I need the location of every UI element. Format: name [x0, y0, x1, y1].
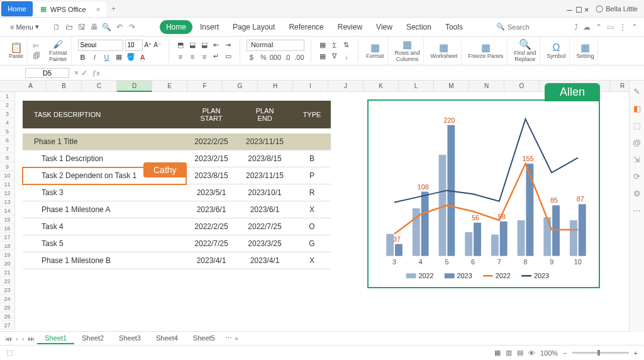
sheet-tab-sheet3[interactable]: Sheet3 [111, 333, 148, 344]
row-header-2[interactable]: 2 [0, 101, 15, 110]
ribbon-tab-reference[interactable]: Reference [282, 20, 330, 34]
ribbon-tab-home[interactable]: Home [160, 20, 192, 34]
menu-button[interactable]: ≡ Menu ▾ [6, 21, 43, 32]
col-header-H[interactable]: H [258, 81, 293, 92]
sheet-prev-icon[interactable]: ‹ [16, 335, 18, 342]
sidebar-settings-icon[interactable]: ⚙ [633, 189, 641, 198]
name-box[interactable] [25, 68, 69, 78]
filter-icon[interactable]: ∇ [330, 52, 340, 62]
col-header-N[interactable]: N [469, 81, 504, 92]
rows-cols-menu[interactable]: ▦Rows and Columns [391, 37, 424, 65]
status-mode-icon[interactable]: ⬚ [6, 349, 13, 357]
dec-inc-icon[interactable]: .0 [282, 52, 292, 62]
confirm-icon[interactable]: ✓ [81, 69, 87, 77]
sync-icon[interactable]: ☁ [583, 23, 591, 31]
new-icon[interactable]: 🗋 [52, 22, 62, 32]
row-header-21[interactable]: 21 [0, 268, 15, 277]
col-header-O[interactable]: O [504, 81, 540, 92]
sheet-tab-sheet2[interactable]: Sheet2 [74, 333, 111, 344]
table-row[interactable]: Task 42022/2/252022/7/25O [23, 218, 331, 235]
zoom-level[interactable]: 100% [540, 349, 558, 357]
zoom-out-button[interactable]: − [563, 349, 567, 357]
view-read-icon[interactable]: 👁 [528, 349, 535, 357]
ribbon-tab-review[interactable]: Review [331, 20, 369, 34]
col-header-G[interactable]: G [223, 81, 258, 92]
zoom-in-button[interactable]: + [634, 349, 638, 357]
sheet-first-icon[interactable]: ⏮ [5, 335, 12, 342]
col-header-M[interactable]: M [434, 81, 469, 92]
table-row[interactable]: Phase 1 Title2022/2/252023/11/15 [23, 133, 331, 150]
wrap-text-icon[interactable]: ↵ [211, 52, 221, 62]
col-header-L[interactable]: L [399, 81, 434, 92]
close-tab-icon[interactable]: × [96, 6, 100, 13]
col-header-B[interactable]: B [47, 81, 82, 92]
col-header-E[interactable]: E [152, 81, 187, 92]
redo-icon[interactable]: ↷ [127, 22, 137, 32]
undo-icon[interactable]: ↶ [114, 22, 125, 32]
row-header-23[interactable]: 23 [0, 286, 15, 295]
share-icon[interactable]: ⤴ [574, 23, 578, 31]
add-sheet-button[interactable]: + [235, 335, 238, 342]
col-header-F[interactable]: F [187, 81, 223, 92]
ribbon-tab-tools[interactable]: Tools [439, 20, 469, 34]
row-header-27[interactable]: 27 [0, 321, 15, 330]
freeze-menu[interactable]: ▦Freeze Panes [464, 37, 508, 65]
bold-button[interactable]: B [78, 52, 88, 62]
col-header-D[interactable]: D [117, 81, 152, 92]
row-header-15[interactable]: 15 [0, 215, 15, 224]
cancel-icon[interactable]: × [74, 69, 79, 77]
sheet-tab-sheet5[interactable]: Sheet5 [186, 333, 223, 344]
preview-icon[interactable]: 🔍 [102, 22, 112, 32]
border-button[interactable]: ▦ [114, 52, 124, 62]
row-header-20[interactable]: 20 [0, 259, 15, 268]
align-mid-icon[interactable]: ⬓ [187, 40, 197, 50]
col-header-C[interactable]: C [82, 81, 117, 92]
ribbon-tab-insert[interactable]: Insert [194, 20, 225, 34]
sidebar-more-icon[interactable]: ⋯ [633, 206, 641, 215]
font-size-select[interactable] [125, 40, 143, 51]
percent-icon[interactable]: % [258, 52, 269, 62]
document-tab[interactable]: ▦ WPS Office × [34, 2, 106, 17]
row-header-22[interactable]: 22 [0, 277, 15, 286]
zoom-slider[interactable] [572, 352, 629, 354]
worksheet-menu[interactable]: ▦Worksheet [426, 37, 462, 65]
sheet-next-icon[interactable]: › [22, 335, 25, 342]
align-left-icon[interactable]: ≡ [175, 52, 186, 62]
font-color-button[interactable]: A [138, 52, 148, 62]
row-header-8[interactable]: 8 [0, 154, 15, 162]
col-header-K[interactable]: K [364, 81, 399, 92]
row-header-4[interactable]: 4 [0, 118, 15, 127]
sum-icon[interactable]: Σ [330, 40, 340, 50]
row-header-10[interactable]: 10 [0, 171, 15, 180]
sidebar-clip-icon[interactable]: @ [633, 138, 641, 147]
more-icon[interactable]: ▭ [607, 23, 614, 31]
ribbon-tab-view[interactable]: View [370, 20, 399, 34]
ribbon-tab-page-layout[interactable]: Page Layout [226, 20, 281, 34]
kebab-icon[interactable]: ⋮ [619, 23, 626, 31]
view-layout-icon[interactable]: ▥ [506, 349, 512, 357]
row-header-17[interactable]: 17 [0, 233, 15, 242]
table-row[interactable]: Task 32023/5/12023/10/1R [23, 184, 331, 201]
table-row[interactable]: Phase 1 Milestone B2023/4/12023/4/1X [23, 252, 331, 269]
table-style-icon[interactable]: ▦ [318, 52, 328, 62]
row-header-18[interactable]: 18 [0, 242, 15, 250]
row-header-3[interactable]: 3 [0, 110, 15, 118]
italic-button[interactable]: I [90, 52, 100, 62]
ribbon-tab-section[interactable]: Section [400, 20, 438, 34]
row-header-14[interactable]: 14 [0, 206, 15, 215]
row-header-5[interactable]: 5 [0, 127, 15, 136]
row-header-1[interactable]: 1 [0, 92, 15, 101]
sidebar-select-icon[interactable]: ⬚ [633, 121, 641, 130]
col-header-J[interactable]: J [328, 81, 364, 92]
open-icon[interactable]: 🗁 [64, 22, 74, 32]
format-menu[interactable]: ▦Format [362, 37, 389, 65]
view-normal-icon[interactable]: ▦ [494, 349, 501, 357]
align-center-icon[interactable]: ≡ [187, 52, 197, 62]
table-row[interactable]: Task 52022/7/252023/3/25G [23, 235, 331, 252]
row-header-13[interactable]: 13 [0, 198, 15, 206]
sheet-last-icon[interactable]: ⏭ [28, 335, 35, 342]
col-header-A[interactable]: A [15, 81, 47, 92]
print-icon[interactable]: 🖶 [89, 22, 99, 32]
number-format-select[interactable]: Normal [247, 40, 304, 51]
currency-icon[interactable]: $ [247, 52, 257, 62]
